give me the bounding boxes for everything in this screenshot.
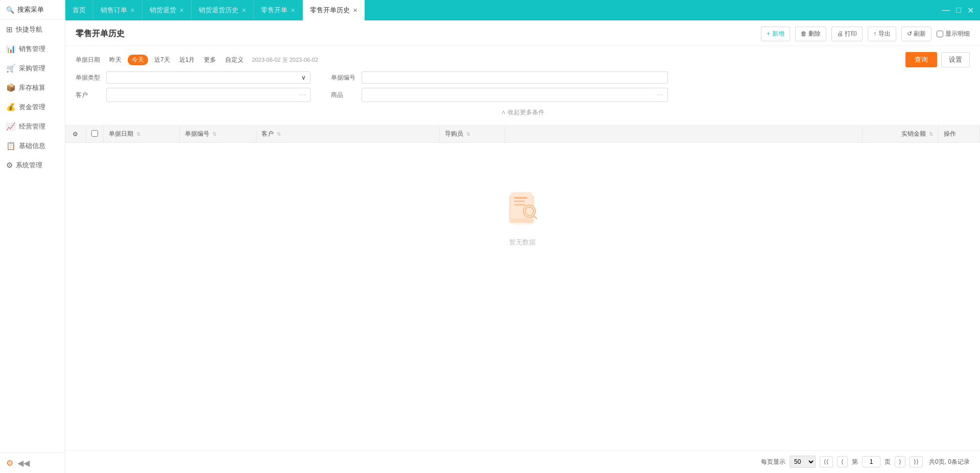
close-button[interactable]: ✕	[967, 6, 974, 15]
date-options: 昨天 今天 近7天 近1月 更多 自定义 2023-06-02 至 2023-0…	[106, 55, 318, 65]
delete-button[interactable]: 🗑 删除	[795, 27, 826, 41]
sidebar-item-inventory[interactable]: 📦 库存核算	[0, 78, 65, 97]
filter-area: 单据日期 昨天 今天 近7天 近1月 更多 自定义 2023-06-02 至 2…	[65, 46, 980, 126]
page-number-input[interactable]	[862, 456, 880, 467]
last-page-btn[interactable]: ⟩⟩	[910, 456, 923, 467]
goods-label: 商品	[331, 91, 362, 99]
date-btn-more[interactable]: 更多	[201, 55, 219, 65]
date-btn-today[interactable]: 今天	[128, 55, 148, 65]
window-controls: — □ ✕	[942, 6, 980, 15]
collapse-more-btn[interactable]: ∧ 收起更多条件	[76, 106, 970, 119]
sidebar-item-quick-nav[interactable]: ⊞ 快捷导航	[0, 20, 65, 39]
operations-icon: 📈	[6, 122, 16, 131]
export-button[interactable]: ↑ 导出	[868, 27, 896, 41]
sidebar-item-label: 资金管理	[19, 103, 45, 112]
tab-retail-open-history-label: 零售开单历史	[310, 6, 350, 15]
filter-row-date: 单据日期 昨天 今天 近7天 近1月 更多 自定义 2023-06-02 至 2…	[76, 52, 970, 67]
sidebar-item-finance[interactable]: 💰 资金管理	[0, 97, 65, 117]
tab-sales-return-history-label: 销货退货历史	[199, 6, 238, 15]
display-details-text: 显示明细	[945, 30, 970, 38]
sidebar-search-label: 搜索采单	[17, 5, 44, 14]
refresh-button[interactable]: ↺ 刷新	[901, 27, 931, 41]
sidebar-item-sys-mgmt[interactable]: ⚙ 系统管理	[0, 156, 65, 175]
th-salesperson[interactable]: 导购员 ⇅	[439, 126, 505, 143]
page-suffix: 页	[885, 458, 891, 466]
sidebar-item-operations[interactable]: 📈 经营管理	[0, 117, 65, 136]
select-all-checkbox[interactable]	[91, 130, 98, 137]
page-header: 零售开单历史 + 新增 🗑 删除 🖨 打印 ↑ 导出 ↺ 刷新 显示明细	[65, 20, 980, 46]
customer-select[interactable]: ···	[106, 88, 310, 102]
sidebar-search[interactable]: 🔍 搜索采单	[0, 0, 65, 20]
tab-retail-open-close[interactable]: ✕	[291, 7, 295, 14]
add-button[interactable]: + 新增	[761, 27, 790, 41]
goods-dots: ···	[657, 90, 663, 99]
setting-button[interactable]: 设置	[941, 52, 970, 67]
empty-text: 暂无数据	[509, 238, 536, 247]
filter-row-customer: 客户 ··· 商品 ···	[76, 88, 970, 102]
date-btn-1month[interactable]: 近1月	[176, 55, 198, 65]
svg-rect-3	[514, 197, 528, 198]
th-action: 操作	[939, 126, 980, 143]
collapse-more-label: ∧ 收起更多条件	[501, 108, 544, 117]
query-button[interactable]: 查询	[905, 52, 937, 67]
order-num-input[interactable]	[362, 71, 668, 84]
tab-sales-return-history-close[interactable]: ✕	[242, 7, 246, 14]
toolbar: + 新增 🗑 删除 🖨 打印 ↑ 导出 ↺ 刷新 显示明细	[761, 27, 970, 41]
tab-sales-return[interactable]: 销货退货 ✕	[142, 0, 192, 20]
order-num-label: 单据编号	[331, 73, 362, 82]
sidebar-bottom: ⚙ ◀◀	[0, 453, 65, 473]
per-page-label: 每页显示	[761, 458, 785, 466]
cart-icon: 🛒	[6, 64, 16, 73]
tab-sales-order[interactable]: 销售订单 ✕	[93, 0, 142, 20]
page-title: 零售开单历史	[76, 29, 125, 39]
type-select-arrow: ∨	[301, 74, 306, 81]
table-area: ⚙ 单据日期 ⇅ 单据编号 ⇅ 客户	[65, 126, 980, 450]
first-page-btn[interactable]: ⟨⟨	[820, 456, 833, 467]
tab-home[interactable]: 首页	[65, 0, 93, 20]
date-btn-yesterday[interactable]: 昨天	[106, 55, 125, 65]
tab-sales-order-close[interactable]: ✕	[130, 7, 135, 14]
th-customer[interactable]: 客户 ⇅	[256, 126, 439, 143]
sidebar-item-label: 采购管理	[19, 64, 45, 73]
table-header-row: ⚙ 单据日期 ⇅ 单据编号 ⇅ 客户	[65, 126, 980, 143]
tab-bar: 首页 销售订单 ✕ 销货退货 ✕ 销货退货历史 ✕ 零售开单 ✕ 零售开单历史 …	[65, 0, 980, 20]
goods-select[interactable]: ···	[362, 88, 668, 102]
sidebar: 🔍 搜索采单 ⊞ 快捷导航 📊 销售管理 🛒 采购管理 📦 库存核算 💰 资金管…	[0, 0, 65, 473]
pagination: 每页显示 50 20 100 ⟨⟨ ⟨ 第 页 ⟩ ⟩⟩ 共0页, 0条记录	[65, 450, 980, 473]
type-select[interactable]: ∨	[106, 71, 310, 84]
sidebar-item-label: 经营管理	[19, 122, 45, 131]
settings-button[interactable]: ⚙	[6, 458, 13, 468]
tab-sales-return-history[interactable]: 销货退货历史 ✕	[192, 0, 254, 20]
display-details-checkbox[interactable]	[937, 31, 943, 37]
print-button[interactable]: 🖨 打印	[831, 27, 863, 41]
display-details-label: 显示明细	[937, 30, 970, 38]
tab-sales-return-label: 销货退货	[150, 6, 176, 15]
money-icon: 💰	[6, 103, 16, 112]
per-page-select[interactable]: 50 20 100	[790, 456, 816, 468]
collapse-sidebar-button[interactable]: ◀◀	[17, 458, 30, 468]
tab-sales-return-close[interactable]: ✕	[179, 7, 184, 14]
chart-icon: 📊	[6, 44, 16, 54]
filter-row-type: 单据类型 ∨ 单据编号	[76, 71, 970, 84]
tab-retail-open-history-close[interactable]: ✕	[353, 7, 357, 14]
next-page-btn[interactable]: ⟩	[895, 456, 905, 467]
tab-retail-open-history[interactable]: 零售开单历史 ✕	[303, 0, 365, 20]
date-btn-custom[interactable]: 自定义	[222, 55, 247, 65]
sidebar-item-purchase-mgmt[interactable]: 🛒 采购管理	[0, 59, 65, 78]
svg-line-8	[534, 215, 537, 218]
page-label: 第	[852, 458, 858, 466]
tab-retail-open[interactable]: 零售开单 ✕	[254, 0, 303, 20]
sidebar-item-sales-mgmt[interactable]: 📊 销售管理	[0, 39, 65, 59]
minimize-button[interactable]: —	[942, 6, 950, 15]
sidebar-item-basic-info[interactable]: 📋 基础信息	[0, 136, 65, 156]
gear-icon: ⚙	[6, 161, 13, 170]
th-settings[interactable]: ⚙	[65, 126, 86, 143]
prev-page-btn[interactable]: ⟨	[837, 456, 848, 467]
th-order-no[interactable]: 单据编号 ⇅	[180, 126, 256, 143]
maximize-button[interactable]: □	[956, 6, 961, 15]
empty-state-row: 暂无数据	[65, 143, 980, 288]
th-amount[interactable]: 实销金额 ⇅	[862, 126, 939, 143]
th-date[interactable]: 单据日期 ⇅	[103, 126, 180, 143]
date-btn-7days[interactable]: 近7天	[151, 55, 173, 65]
sidebar-item-label: 快捷导航	[16, 25, 42, 34]
